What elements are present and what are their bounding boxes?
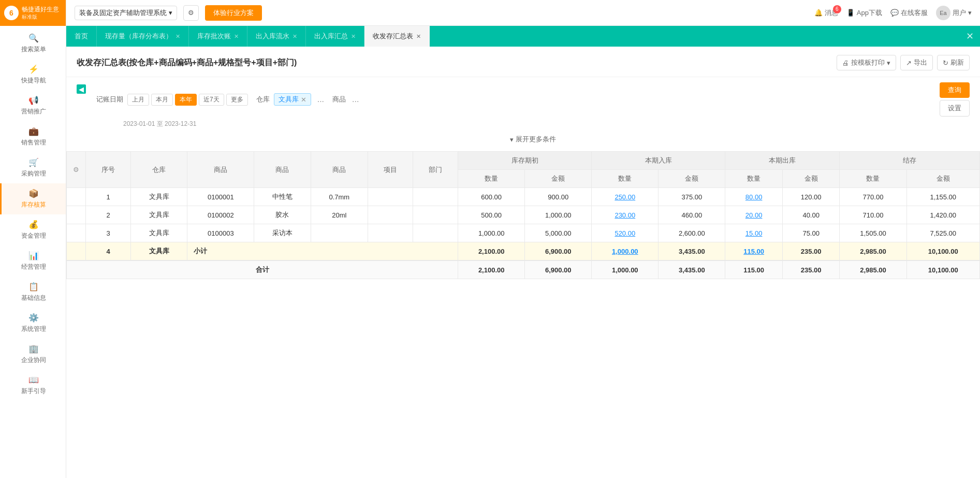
- avatar: Ea: [936, 6, 950, 20]
- subtotal-inbound-qty-link[interactable]: 1,000.00: [612, 248, 638, 255]
- th-goods-code: 商品: [187, 152, 254, 188]
- table-row: 1 文具库 0100001 中性笔 0.7mm 600.00 900.00 25…: [67, 188, 980, 206]
- warehouse-more-button[interactable]: ...: [317, 95, 324, 104]
- sidebar-icon-quick: ⚡: [28, 64, 39, 74]
- refresh-icon: ↻: [943, 59, 948, 67]
- th-closing: 结存: [840, 152, 980, 170]
- th-inbound-amt: 金额: [659, 170, 725, 188]
- tab-panel-close-button[interactable]: ✕: [960, 31, 980, 42]
- subtotal-outbound-qty-link[interactable]: 115.00: [743, 248, 764, 255]
- trial-button[interactable]: 体验行业方案: [205, 5, 262, 21]
- tab-close-stock_summary[interactable]: ✕: [416, 33, 421, 40]
- print-button[interactable]: 🖨 按模板打印 ▾: [837, 55, 896, 70]
- table-gear-icon[interactable]: ⚙: [73, 166, 79, 173]
- sidebar-icon-purchase: 🛒: [28, 157, 39, 167]
- tab-close-inout_flow[interactable]: ✕: [292, 33, 297, 40]
- sidebar-item-marketing[interactable]: 📢营销推广: [0, 90, 66, 121]
- logo-text: 畅捷通好生意 标准版: [22, 6, 59, 21]
- topbar: 装备及固定资产辅助管理系统 ▾ ⚙ 体验行业方案 🔔 消息 6 📱 App下载 …: [66, 0, 980, 26]
- th-goods-name: 商品: [254, 152, 311, 188]
- expand-filter-button[interactable]: ▾ 展开更多条件: [504, 133, 562, 146]
- sidebar-item-basic[interactable]: 📋基础信息: [0, 277, 66, 308]
- app-download-button[interactable]: 📱 App下载: [846, 8, 882, 18]
- table-row: 2 文具库 0100002 胶水 20ml 500.00 1,000.00 23…: [67, 206, 980, 224]
- date-shortcut-更多[interactable]: 更多: [226, 94, 248, 106]
- refresh-button[interactable]: ↻ 刷新: [937, 55, 970, 70]
- page-inner: 收发存汇总表(按仓库+商品编码+商品+规格型号+项目+部门) 🖨 按模板打印 ▾…: [66, 47, 980, 478]
- th-no: 序号: [86, 152, 131, 188]
- goods-more-button[interactable]: ...: [352, 95, 359, 104]
- outbound-qty-link[interactable]: 80.00: [745, 193, 763, 201]
- notification-button[interactable]: 🔔 消息 6: [814, 8, 838, 18]
- date-label: 记账日期: [96, 95, 123, 104]
- sidebar-item-sales[interactable]: 💼销售管理: [0, 121, 66, 152]
- sidebar-item-purchase[interactable]: 🛒采购管理: [0, 152, 66, 183]
- total-closing-amt: 10,100.00: [906, 260, 980, 279]
- user-menu[interactable]: Ea 用户 ▾: [936, 6, 972, 20]
- th-outbound: 本期出库: [725, 152, 840, 170]
- th-closing-qty: 数量: [840, 170, 906, 188]
- table-footer: 合计 2,100.00 6,900.00 1,000.00 3,435.00 1…: [67, 260, 980, 279]
- table-row: 3 文具库 0100003 采访本 1,000.00 5,000.00 520.…: [67, 224, 980, 242]
- tab-home[interactable]: 首页: [66, 26, 97, 47]
- settings-button[interactable]: 设置: [940, 100, 970, 117]
- sidebar-nav: 🔍搜索菜单⚡快捷导航📢营销推广💼销售管理🛒采购管理📦库存核算💰资金管理📊经营管理…: [0, 26, 66, 478]
- tab-bar: 首页现存量（库存分布表）✕库存批次账✕出入库流水✕出入库汇总✕收发存汇总表✕✕: [66, 26, 980, 47]
- sidebar-item-operation[interactable]: 📊经营管理: [0, 245, 66, 277]
- inbound-qty-link[interactable]: 230.00: [615, 211, 635, 219]
- inbound-qty-link[interactable]: 250.00: [615, 193, 635, 201]
- online-service-button[interactable]: 💬 在线客服: [890, 8, 928, 18]
- tab-close-inout_summary[interactable]: ✕: [351, 33, 356, 40]
- warehouse-tag-close[interactable]: ✕: [301, 96, 306, 104]
- outbound-qty-link[interactable]: 15.00: [745, 229, 763, 237]
- total-outbound-qty: 115.00: [725, 260, 783, 279]
- th-department: 部门: [413, 152, 458, 188]
- system-title-select[interactable]: 装备及固定资产辅助管理系统 ▾: [75, 6, 177, 20]
- tab-inout_flow[interactable]: 出入库流水✕: [247, 26, 306, 47]
- date-shortcut-上月[interactable]: 上月: [127, 94, 149, 106]
- sidebar-icon-guide: 📖: [28, 375, 39, 385]
- data-table: ⚙ 序号 仓库 商品 商品 商品 项目 部门 库存期初 本期入库: [66, 151, 980, 279]
- subtotal-row: 4 文具库 小计 2,100.00 6,900.00 1,000.00 3,43…: [67, 242, 980, 261]
- date-shortcut-本年[interactable]: 本年: [175, 94, 197, 106]
- tab-stock_summary[interactable]: 收发存汇总表✕: [364, 26, 430, 47]
- sidebar-item-inventory[interactable]: 📦库存核算: [0, 183, 66, 214]
- total-row: 合计 2,100.00 6,900.00 1,000.00 3,435.00 1…: [67, 260, 980, 279]
- sidebar-icon-operation: 📊: [28, 251, 39, 260]
- gear-button[interactable]: ⚙: [183, 5, 199, 21]
- tab-inventory[interactable]: 现存量（库存分布表）✕: [97, 26, 189, 47]
- date-shortcut-本月[interactable]: 本月: [151, 94, 173, 106]
- chevron-down-icon: ▾: [169, 9, 172, 17]
- sidebar-icon-finance: 💰: [28, 220, 39, 229]
- date-filter: 记账日期 上月本月本年近7天更多: [96, 94, 248, 106]
- th-goods-spec: 商品: [311, 152, 368, 188]
- th-opening: 库存期初: [458, 152, 592, 170]
- sidebar-item-enterprise[interactable]: 🏢企业协同: [0, 339, 66, 370]
- tab-close-inventory[interactable]: ✕: [175, 33, 180, 40]
- sidebar-item-search[interactable]: 🔍搜索菜单: [0, 28, 66, 59]
- tab-inout_summary[interactable]: 出入库汇总✕: [306, 26, 364, 47]
- date-shortcut-近7天[interactable]: 近7天: [199, 94, 224, 106]
- collapse-button[interactable]: ◀: [77, 84, 86, 94]
- query-button[interactable]: 查询: [940, 82, 970, 98]
- warehouse-label: 仓库: [256, 95, 270, 104]
- tab-batch[interactable]: 库存批次账✕: [189, 26, 247, 47]
- sidebar-item-guide[interactable]: 📖新手引导: [0, 370, 66, 401]
- sidebar-item-finance[interactable]: 💰资金管理: [0, 214, 66, 245]
- total-opening-amt: 6,900.00: [525, 260, 592, 279]
- sidebar-item-quick[interactable]: ⚡快捷导航: [0, 59, 66, 90]
- notification-badge: 6: [833, 5, 841, 13]
- sidebar-logo: 6 畅捷通好生意 标准版: [0, 0, 66, 26]
- sidebar-item-system[interactable]: ⚙️系统管理: [0, 308, 66, 339]
- filter-section: ◀ 记账日期 上月本月本年近7天更多 仓库 文具库: [66, 77, 980, 151]
- export-button[interactable]: ↗ 导出: [900, 55, 933, 70]
- inbound-qty-link[interactable]: 520.00: [615, 229, 635, 237]
- th-inbound: 本期入库: [592, 152, 725, 170]
- tab-close-batch[interactable]: ✕: [234, 33, 239, 40]
- outbound-qty-link[interactable]: 20.00: [745, 211, 763, 219]
- total-outbound-amt: 235.00: [782, 260, 840, 279]
- total-closing-qty: 2,985.00: [840, 260, 906, 279]
- th-warehouse: 仓库: [131, 152, 187, 188]
- sidebar-icon-sales: 💼: [28, 126, 39, 136]
- th-outbound-amt: 金额: [782, 170, 840, 188]
